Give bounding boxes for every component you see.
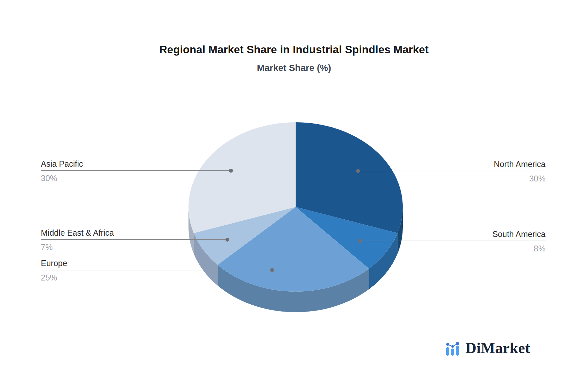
slice-label-middle-east-africa: Middle East & Africa: [41, 228, 114, 239]
logo-dot-left: [446, 343, 449, 346]
slice-percent-text: 8%: [534, 244, 546, 253]
slice-label-text: Asia Pacific: [41, 159, 83, 168]
slice-percent-south-america: 8%: [534, 244, 546, 255]
slice-percent-middle-east-africa: 7%: [41, 242, 53, 253]
logo-bar-middle: [451, 348, 454, 356]
slice-percent-asia-pacific: 30%: [41, 173, 57, 184]
leader-dot-north-america: [356, 169, 360, 173]
slice-label-text: Middle East & Africa: [41, 228, 114, 237]
logo-bar-right: [456, 345, 459, 355]
pie-chart-canvas: [0, 0, 588, 391]
bar-line-chart-icon: [444, 340, 461, 357]
slice-label-europe: Europe: [41, 258, 67, 269]
slice-label-text: Europe: [41, 259, 67, 268]
pie-slices: [188, 122, 403, 292]
slice-percent-text: 30%: [529, 174, 546, 183]
brand-name: DiMarket: [466, 339, 530, 357]
slice-percent-text: 7%: [41, 243, 53, 252]
brand-logo: DiMarket: [444, 339, 530, 357]
leader-dot-south-america: [358, 239, 362, 243]
logo-dot-right: [456, 342, 459, 345]
logo-bar-left: [446, 347, 449, 355]
leader-dot-europe: [270, 268, 274, 272]
chart-page: Regional Market Share in Industrial Spin…: [0, 0, 588, 391]
slice-percent-europe: 25%: [41, 273, 57, 284]
slice-label-north-america: North America: [494, 159, 546, 170]
slice-label-asia-pacific: Asia Pacific: [41, 159, 83, 170]
slice-percent-text: 30%: [41, 174, 57, 183]
slice-label-south-america: South America: [492, 229, 546, 240]
slice-label-text: North America: [494, 160, 546, 169]
leader-dot-asia-pacific: [229, 169, 233, 173]
slice-label-text: South America: [492, 230, 546, 239]
slice-percent-text: 25%: [41, 273, 57, 282]
logo-dot-middle: [451, 345, 454, 348]
leader-dot-middle-east-africa: [225, 238, 229, 242]
slice-percent-north-america: 30%: [529, 174, 546, 185]
